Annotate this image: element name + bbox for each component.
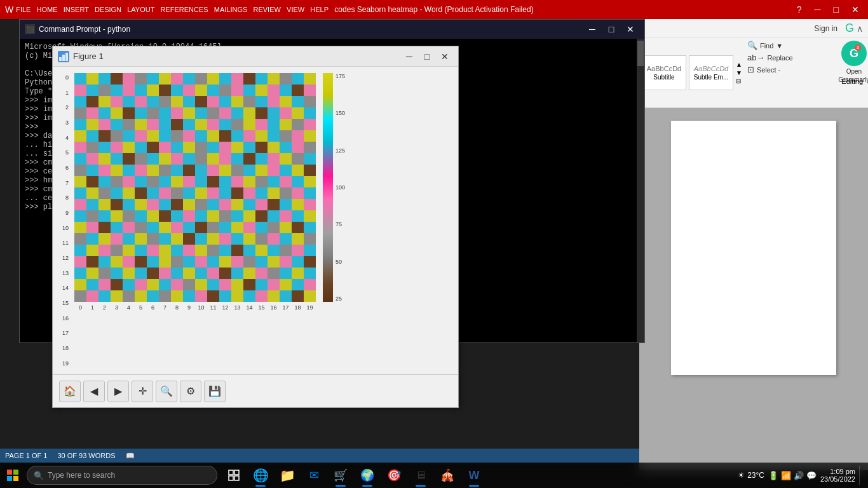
heatmap-cell (171, 245, 183, 256)
style-subtitle[interactable]: AaBbCcDd Subtitle (642, 55, 686, 90)
heatmap-cell (183, 290, 195, 302)
title-bar-controls: ? ─ □ ✕ (793, 3, 863, 16)
heatmap-cell (111, 245, 123, 256)
style-preview-1: AaBbCcDd (647, 65, 681, 72)
styles-expand[interactable]: ⊟ (736, 78, 742, 85)
find-action[interactable]: 🔍 Find ▼ (747, 41, 824, 50)
heatmap-cell (74, 199, 86, 210)
heatmap-cell (171, 199, 183, 210)
heatmap-cell (231, 73, 243, 85)
heatmap-cell (159, 233, 171, 245)
fig-home-btn[interactable]: 🏠 (59, 381, 81, 402)
replace-label: Replace (767, 54, 792, 62)
y-label-13: 13 (62, 270, 69, 276)
x-label-2: 2 (98, 304, 111, 311)
heatmap-cell (243, 96, 255, 107)
taskbar-app-edge[interactable]: 🌐 (248, 463, 273, 488)
heatmap-cell (98, 96, 111, 107)
fig-settings-btn[interactable]: ⚙ (180, 381, 201, 402)
taskbar-app-mail[interactable]: ✉ (301, 463, 327, 488)
heatmap-cell (280, 119, 292, 130)
heatmap-cell (183, 107, 195, 119)
fig-pan-btn[interactable]: ✛ (132, 381, 153, 402)
style-label-1: Subtitle (653, 74, 674, 81)
x-label-14: 14 (243, 304, 255, 311)
heatmap-cell (292, 210, 304, 222)
show-desktop-btn[interactable] (859, 466, 863, 485)
heatmap-cell (219, 268, 231, 279)
taskbar-app-python[interactable]: 🎯 (381, 463, 407, 488)
taskbar-app-cmd[interactable]: 🖥 (408, 463, 433, 488)
heatmap-cell (135, 222, 147, 233)
cmd-close-btn[interactable]: ✕ (621, 23, 639, 36)
heatmap-cell (292, 187, 304, 199)
help-btn[interactable]: ? (793, 3, 806, 16)
style-subtle[interactable]: AaBbCcDd Subtle Em... (689, 55, 733, 90)
styles-scroll-down[interactable]: ▼ (736, 69, 742, 76)
heatmap-cell (195, 107, 207, 119)
heatmap-cell (280, 290, 292, 302)
heatmap-cell (111, 268, 123, 279)
weather-widget[interactable]: ☀ 23°C (738, 471, 764, 480)
heatmap-cell (268, 290, 280, 302)
heatmap-cell (86, 107, 98, 119)
cmd-maximize-btn[interactable]: □ (602, 23, 620, 36)
close-btn[interactable]: ✕ (848, 3, 863, 16)
minimize-btn[interactable]: ─ (811, 3, 825, 16)
start-button[interactable] (0, 463, 25, 488)
taskbar-search[interactable]: 🔍 Type here to search (27, 466, 217, 485)
heatmap-cell (292, 73, 304, 85)
grammarly-button[interactable]: G3 (841, 41, 867, 66)
taskbar-app-store[interactable]: 🛒 (328, 463, 353, 488)
heatmap-cell (147, 187, 159, 199)
maximize-btn[interactable]: □ (830, 3, 843, 16)
ribbon-expand-icon[interactable]: ∧ (857, 24, 863, 34)
heatmap-cell (86, 233, 98, 245)
heatmap-cell (171, 153, 183, 165)
heatmap-cell (292, 256, 304, 268)
select-action[interactable]: ⊡ Select - (747, 65, 824, 74)
cb-label-25: 25 (336, 295, 345, 302)
y-label-18: 18 (62, 345, 69, 351)
cmd-scrollbar[interactable] (637, 39, 644, 342)
figure-close-btn[interactable]: ✕ (437, 50, 453, 64)
title-bar-left: W FILE HOME INSERT DESIGN LAYOUT REFEREN… (5, 4, 329, 15)
taskbar-app-explorer[interactable]: 📁 (275, 463, 300, 488)
figure-maximize-btn[interactable]: □ (419, 50, 435, 64)
heatmap-cell (159, 245, 171, 256)
windows-logo (7, 470, 18, 481)
taskbar-app-chrome[interactable]: 🌍 (355, 463, 380, 488)
notification-icon[interactable]: 💬 (806, 471, 817, 480)
heatmap-cell (171, 85, 183, 96)
y-label-2: 2 (65, 104, 69, 111)
find-icon: 🔍 (747, 41, 757, 50)
taskbar-time[interactable]: 1:09 pm 23/05/2022 (820, 468, 855, 483)
heatmap-cell (159, 210, 171, 222)
heatmap-cell (74, 96, 86, 107)
heatmap-cell (171, 279, 183, 290)
replace-action[interactable]: ab→ Replace (747, 53, 824, 62)
figure-minimize-btn[interactable]: ─ (401, 50, 417, 64)
heatmap-cell (171, 256, 183, 268)
heatmap-cell (183, 222, 195, 233)
heatmap-cell (123, 153, 135, 165)
taskbar-app-taskview[interactable] (221, 463, 247, 488)
styles-scroll-up[interactable]: ▲ (736, 61, 742, 68)
cb-label-75: 75 (336, 221, 345, 227)
sign-in-button[interactable]: Sign in (810, 23, 841, 34)
taskbar-app-word[interactable]: W (461, 463, 487, 488)
fig-forward-btn[interactable]: ▶ (107, 381, 129, 402)
fig-save-btn[interactable]: 💾 (204, 381, 226, 402)
fig-back-btn[interactable]: ◀ (83, 381, 105, 402)
fig-zoom-btn[interactable]: 🔍 (156, 381, 177, 402)
heatmap-cell (123, 268, 135, 279)
heatmap-cell (147, 165, 159, 176)
cmd-minimize-btn[interactable]: ─ (583, 23, 601, 36)
x-label-13: 13 (231, 304, 243, 311)
taskbar-app-misc[interactable]: 🎪 (435, 463, 460, 488)
heatmap-cell (207, 222, 219, 233)
heatmap-cell (98, 233, 111, 245)
heatmap-cell (243, 187, 255, 199)
heatmap-cell (147, 130, 159, 142)
heatmap-cell (280, 142, 292, 153)
